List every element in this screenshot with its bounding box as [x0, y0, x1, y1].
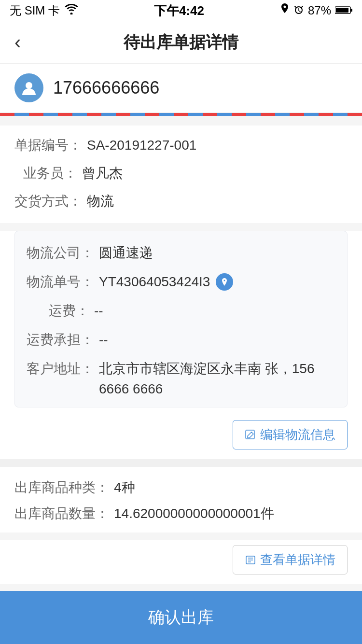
alarm-icon: [293, 4, 304, 17]
bottom-bar: 确认出库: [0, 591, 362, 644]
confirm-button[interactable]: 确认出库: [148, 606, 214, 629]
tracking-number-row: 物流单号： YT43064053424I3: [27, 272, 335, 292]
status-time: 下午4:42: [154, 2, 204, 19]
salesperson-label: 业务员：: [14, 163, 77, 183]
customer-address-value: 北京市市辖区海淀区永丰南 张，156 6666 6666: [99, 359, 335, 399]
product-quantity-value: 14.62000000000000001件: [114, 504, 274, 523]
product-type-label: 出库商品种类：: [14, 478, 109, 497]
salesperson-row: 业务员： 曾凡杰: [14, 163, 348, 183]
battery-icon: [335, 4, 352, 17]
page-title: 待出库单据详情: [124, 31, 238, 54]
edit-logistics-button[interactable]: 编辑物流信息: [233, 420, 348, 449]
avatar: [14, 73, 43, 102]
dashed-divider: [0, 113, 362, 116]
carrier-text: 无 SIM 卡: [10, 3, 60, 18]
status-left: 无 SIM 卡: [10, 3, 78, 18]
tracking-number-label: 物流单号：: [27, 272, 94, 292]
product-type-value: 4种: [114, 478, 135, 497]
product-quantity-row: 出库商品数量： 14.62000000000000001件: [14, 504, 348, 523]
customer-address-label: 客户地址：: [27, 359, 94, 379]
tracking-number-value: YT43064053424I3: [99, 272, 335, 292]
logistics-card: 物流公司： 圆通速递 物流单号： YT43064053424I3 运费： -- …: [14, 231, 348, 407]
order-number-value: SA-20191227-001: [87, 135, 348, 155]
order-info-section: 单据编号： SA-20191227-001 业务员： 曾凡杰 交货方式： 物流: [0, 126, 362, 223]
freight-row: 运费： --: [27, 301, 335, 321]
svg-rect-2: [350, 9, 352, 12]
delivery-label: 交货方式：: [14, 191, 82, 211]
product-quantity-label: 出库商品数量：: [14, 504, 109, 523]
svg-point-4: [26, 82, 32, 89]
logistics-company-value: 圆通速递: [99, 243, 335, 263]
delivery-value: 物流: [87, 191, 348, 211]
view-details-row: 查看单据详情: [0, 540, 362, 584]
location-status-icon: [280, 3, 290, 18]
freight-value: --: [94, 301, 335, 321]
edit-logistics-row: 编辑物流信息: [0, 415, 362, 459]
logistics-company-row: 物流公司： 圆通速递: [27, 243, 335, 263]
battery-text: 87%: [308, 4, 331, 17]
back-button[interactable]: ‹: [14, 31, 21, 53]
customer-address-row: 客户地址： 北京市市辖区海淀区永丰南 张，156 6666 6666: [27, 359, 335, 399]
freight-bearer-row: 运费承担： --: [27, 330, 335, 350]
status-right: 87%: [280, 3, 352, 18]
customer-section: 17666666666: [0, 64, 362, 112]
freight-label: 运费：: [27, 301, 89, 321]
tracking-location-icon[interactable]: [216, 273, 233, 291]
view-details-button[interactable]: 查看单据详情: [233, 545, 348, 574]
list-icon: [245, 554, 256, 566]
status-bar: 无 SIM 卡 下午4:42 87%: [0, 0, 362, 21]
section-divider: [0, 459, 362, 467]
order-number-label: 单据编号：: [14, 135, 82, 155]
edit-icon: [245, 429, 256, 441]
delivery-row: 交货方式： 物流: [14, 191, 348, 211]
product-type-row: 出库商品种类： 4种: [14, 478, 348, 497]
freight-bearer-value: --: [99, 330, 335, 350]
nav-bar: ‹ 待出库单据详情: [0, 21, 362, 64]
product-section: 出库商品种类： 4种 出库商品数量： 14.62000000000000001件: [0, 467, 362, 532]
svg-rect-3: [336, 8, 348, 13]
wifi-icon: [65, 4, 78, 17]
logistics-company-label: 物流公司：: [27, 243, 94, 263]
freight-bearer-label: 运费承担：: [27, 330, 94, 350]
salesperson-value: 曾凡杰: [82, 163, 348, 183]
order-number-row: 单据编号： SA-20191227-001: [14, 135, 348, 155]
customer-phone: 17666666666: [53, 78, 159, 98]
